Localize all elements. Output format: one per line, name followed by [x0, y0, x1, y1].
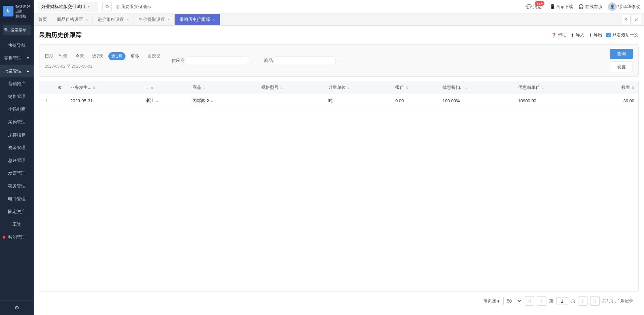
product-selector[interactable]: 好业财标准版交付试用 ▼ [38, 2, 98, 11]
col-header-unit[interactable]: 计量单位 ⇅ [324, 81, 392, 94]
sidebar-item-purchase[interactable]: 采购管理 [0, 116, 34, 129]
sidebar-item-sales[interactable]: 销售管理 [0, 90, 34, 103]
content-area: 采购历史价跟踪 ❓ 帮助 ⬆ 导入 ⬇ 导出 ✓ 只看最后一次 [34, 26, 644, 315]
sort-icon-quantity[interactable]: ⇅ [632, 86, 634, 90]
col-header-settings[interactable]: ⚙ [53, 81, 66, 94]
table-header-row: ⚙ 业务发生... ⇅ ... ⇅ 商品 ⇅ [39, 81, 638, 94]
tab-close-sell-extract[interactable]: × [168, 18, 170, 22]
tab-sell-extract[interactable]: 售价提取设置 × [134, 14, 175, 25]
export-button[interactable]: ⬇ 导出 [588, 32, 602, 38]
query-button[interactable]: 查询 [610, 49, 633, 59]
tab-close-purchase-history[interactable]: × [213, 18, 215, 22]
date-btn-1month[interactable]: 近1月 [108, 52, 126, 60]
tab-price-settings[interactable]: 商品价格设置 × [52, 14, 93, 25]
product-input[interactable] [275, 57, 335, 65]
pagination: 每页显示 50 10 20 100 ⟨⟨ ⟨ 第 页 ⟩ ⟩⟩ 共1页，1条记录 [39, 292, 639, 310]
col-header-product[interactable]: 商品 ⇅ [188, 81, 257, 94]
supplier-more-button[interactable]: ... [249, 57, 256, 64]
tab-purchase-strategy[interactable]: 进价策略设置 × [93, 14, 134, 25]
data-table-wrap: ⚙ 业务发生... ⇅ ... ⇅ 商品 ⇅ [39, 81, 639, 292]
only-latest-checkbox[interactable]: ✓ [606, 33, 611, 37]
messages-button[interactable]: 💬 消息 99+ [526, 4, 542, 10]
sidebar-item-marketing[interactable]: 营销推广 [0, 77, 34, 90]
sort-icon-product[interactable]: ⇅ [202, 86, 205, 90]
product-more-button[interactable]: ... [337, 57, 344, 64]
sidebar-item-tax[interactable]: 税务管理 [0, 180, 34, 193]
settings-icon: ⚙ [105, 4, 109, 9]
sidebar-settings-button[interactable]: ⚙ [13, 303, 21, 312]
page-input[interactable] [556, 297, 568, 305]
table-settings-icon[interactable]: ⚙ [58, 85, 62, 90]
expand-tab-button[interactable]: ⤢ [632, 15, 641, 24]
first-page-button[interactable]: ⟨⟨ [525, 296, 534, 306]
sidebar-item-finance[interactable]: 资金管理 [0, 141, 34, 154]
sort-icon-quote[interactable]: ⇅ [405, 86, 408, 90]
page-title: 采购历史价跟踪 [39, 31, 81, 39]
cell-product: 丙烯酸-2-... [188, 94, 257, 107]
prev-page-button[interactable]: ⟨ [537, 296, 546, 306]
col-header-quote[interactable]: 报价 ⇅ [391, 81, 438, 94]
topbar-settings-button[interactable]: ⚙ [102, 2, 112, 11]
sort-icon-unit[interactable]: ⇅ [347, 86, 350, 90]
import-button[interactable]: ⬆ 导入 [571, 32, 584, 38]
sidebar-item-invoice[interactable]: 发票管理 [0, 167, 34, 180]
supplier-input[interactable] [187, 57, 247, 65]
tab-purchase-history[interactable]: 采购历史价跟踪 × [175, 14, 220, 25]
search-icon: 🔍 [4, 28, 9, 32]
sidebar-nav: 快捷导航 零售管理 ▼ 批发管理 ▲ 营销推广 销售管理 小畅电商 采购管理 库… [0, 38, 34, 245]
last-page-button[interactable]: ⟩⟩ [590, 296, 600, 306]
sidebar-item-wholesale[interactable]: 批发管理 ▲ [0, 65, 34, 77]
date-btn-7days[interactable]: 近7天 [89, 52, 106, 60]
app-download-button[interactable]: 📱 App下载 [550, 4, 573, 10]
sort-icon-spec[interactable]: ⇅ [280, 86, 283, 90]
only-latest-checkbox-wrap[interactable]: ✓ 只看最后一次 [606, 32, 639, 38]
col-header-quantity[interactable]: 数量 ⇅ [591, 81, 638, 94]
cell-quantity: 30.00 [591, 94, 638, 107]
sidebar-item-ledger[interactable]: 总账管理 [0, 154, 34, 167]
sidebar-item-retail[interactable]: 零售管理 ▼ [0, 52, 34, 65]
sidebar-item-quick-nav[interactable]: 快捷导航 [0, 39, 34, 52]
date-btn-today[interactable]: 今天 [72, 52, 87, 60]
cell-discount: 100.00% [438, 94, 514, 107]
col-header-discount[interactable]: 优惠折扣... ⇅ [438, 81, 514, 94]
page-suffix: 页 [571, 298, 575, 304]
date-btn-yesterday[interactable]: 昨天 [56, 52, 70, 60]
sort-icon-pre-discount[interactable]: ⇅ [541, 86, 544, 90]
chevron-down-icon: ▼ [26, 56, 30, 60]
sort-icon-discount[interactable]: ⇅ [465, 86, 468, 90]
help-icon: ❓ [551, 33, 557, 38]
tab-close-purchase-strategy[interactable]: × [127, 18, 129, 22]
date-btn-more[interactable]: 更多 [128, 52, 142, 60]
filter-settings-button[interactable]: 设置 [610, 62, 633, 72]
col-header-spec[interactable]: 规格型号 ⇅ [257, 81, 324, 94]
cell-row-settings [53, 94, 66, 107]
next-page-button[interactable]: ⟩ [578, 296, 587, 306]
sidebar-item-smart[interactable]: 智能管理 [0, 231, 34, 244]
sidebar-item-ecommerce-small[interactable]: 小畅电商 [0, 103, 34, 116]
per-page-select[interactable]: 50 10 20 100 [503, 297, 522, 305]
supplier-filter-label: 供应商 [172, 58, 185, 64]
sidebar-item-ecommerce[interactable]: 电商管理 [0, 193, 34, 205]
online-service-button[interactable]: 🎧 在线客服 [578, 4, 603, 10]
sort-icon-more[interactable]: ⇅ [151, 86, 153, 90]
cell-biz-date: 2023-05-31 [66, 94, 142, 107]
help-button[interactable]: ❓ 帮助 [551, 32, 567, 38]
cell-pre-discount-price: 10900.00 [514, 94, 591, 107]
col-header-pre-discount[interactable]: 优惠前单价 ⇅ [514, 81, 591, 94]
sort-icon-biz-date[interactable]: ⇅ [93, 86, 95, 90]
date-btn-custom[interactable]: 自定义 [144, 52, 164, 60]
tab-home[interactable]: 首页 [34, 14, 52, 25]
search-menu-button[interactable]: 🔍 搜索菜单 [3, 25, 31, 35]
page-actions: ❓ 帮助 ⬆ 导入 ⬇ 导出 ✓ 只看最后一次 [551, 32, 639, 38]
sidebar-item-fixed-assets[interactable]: 固定资产 [0, 205, 34, 218]
notification-dot [3, 236, 5, 239]
demo-button[interactable]: ◎ 我要看实例演示 [116, 4, 151, 10]
col-header-more[interactable]: ... ⇅ [142, 81, 188, 94]
close-tab-button[interactable]: × [621, 15, 631, 24]
user-menu[interactable]: 👤 徐泽华修改 [608, 2, 640, 11]
col-header-biz-date[interactable]: 业务发生... ⇅ [66, 81, 142, 94]
topbar: 好业财标准版交付试用 ▼ ⚙ ◎ 我要看实例演示 💬 消息 99+ 📱 App下… [34, 0, 644, 13]
sidebar-item-salary[interactable]: 工资 [0, 218, 34, 231]
sidebar-item-inventory[interactable]: 库存核算 [0, 129, 34, 141]
tab-close-price-settings[interactable]: × [86, 18, 88, 22]
